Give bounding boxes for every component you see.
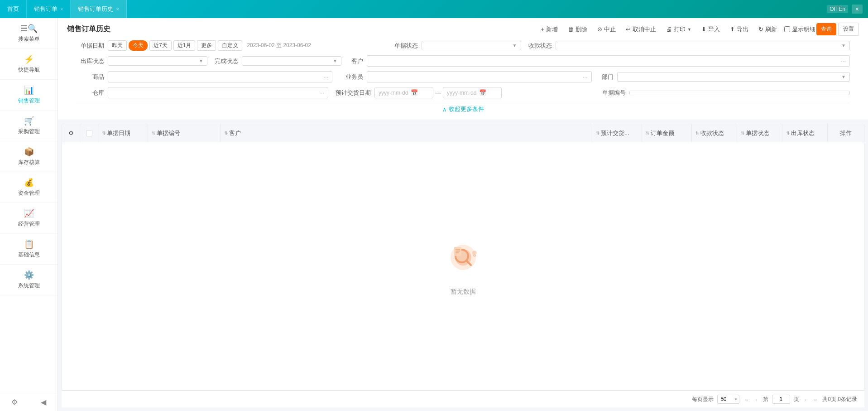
th-gear[interactable]: ⚙ (62, 124, 80, 142)
export-icon: ⬆ (730, 26, 735, 33)
th-customer-label: 客户 (229, 129, 241, 137)
tab-sales-order-history-close[interactable]: × (116, 6, 119, 12)
th-pay-status[interactable]: ⇅ 收款状态 (692, 124, 737, 142)
sidebar-item-search[interactable]: ☰🔍 搜索菜单 (0, 18, 58, 49)
delete-button[interactable]: 🗑 删除 (563, 23, 592, 36)
delete-icon: 🗑 (568, 26, 574, 33)
th-date[interactable]: ⇅ 单据日期 (98, 124, 148, 142)
date-btn-today[interactable]: 今天 (129, 40, 148, 51)
header-checkbox[interactable] (86, 130, 92, 136)
first-page-button[interactable]: « (743, 395, 750, 404)
add-button[interactable]: + 新增 (536, 23, 562, 36)
complete-status-arrow-icon: ▼ (333, 58, 337, 63)
date-btn-7days[interactable]: 近7天 (149, 40, 172, 51)
cancel-stop-icon: ↩ (626, 26, 631, 33)
order-status-select[interactable]: ▼ (422, 41, 521, 50)
delivery-date-end[interactable]: yyyy-mm-dd 📅 (443, 87, 502, 98)
print-icon: 🖨 (666, 26, 672, 33)
refresh-button[interactable]: ↻ 刷新 (754, 23, 782, 36)
warehouse-input[interactable]: ··· (108, 87, 328, 98)
date-btn-yesterday[interactable]: 昨天 (108, 40, 127, 51)
tab-sales-order-close[interactable]: × (60, 6, 63, 12)
sidebar-item-base-info-label: 基础信息 (18, 251, 40, 259)
sidebar-item-quicknav[interactable]: ⚡ 快捷导航 (0, 49, 58, 80)
dept-select[interactable]: ▼ (617, 72, 850, 82)
page-unit: 页 (794, 396, 799, 403)
th-amount[interactable]: ⇅ 订单金额 (642, 124, 692, 142)
display-toggle-label: 显示明细 (792, 25, 815, 34)
import-button[interactable]: ⬇ 导入 (697, 23, 724, 36)
sidebar-item-search-label: 搜索菜单 (18, 35, 40, 43)
content-area: 销售订单历史 + 新增 🗑 删除 ⊘ 中止 ↩ (58, 18, 868, 411)
warehouse-filter-item: ··· (108, 87, 328, 98)
tab-sales-order[interactable]: 销售订单 × (27, 0, 71, 18)
sidebar-item-base-info[interactable]: 📋 基础信息 (0, 234, 58, 265)
th-num[interactable]: ⇅ 单据编号 (148, 124, 221, 142)
sidebar-item-inventory[interactable]: 📦 库存核算 (0, 141, 58, 172)
page-input[interactable] (772, 395, 790, 404)
goods-input[interactable]: ··· (108, 71, 332, 82)
sidebar-bottom: ⚙ ◀ (0, 393, 58, 411)
cancel-stop-button[interactable]: ↩ 取消中止 (621, 23, 661, 36)
date-filter-control: 昨天 今天 近7天 近1月 更多 自定义 2023-06-02 至 2023-0… (108, 40, 394, 51)
sidebar-item-inventory-label: 库存核算 (18, 159, 40, 166)
order-num-input[interactable] (629, 91, 850, 95)
customer-label: 客户 (349, 57, 367, 65)
tab-home[interactable]: 首页 (0, 0, 27, 18)
filter-row-3: 商品 ··· 业务员 ··· 部门 (76, 71, 850, 82)
sidebar-item-finance[interactable]: 💰 资金管理 (0, 172, 58, 203)
print-button[interactable]: 🖨 打印 ▼ (662, 23, 696, 36)
setting-button[interactable]: 设置 (838, 23, 859, 36)
sidebar-collapse-btn[interactable]: ◀ (41, 398, 46, 406)
sidebar-item-sales[interactable]: 📊 销售管理 (0, 80, 58, 111)
svg-rect-4 (454, 247, 461, 256)
th-customer[interactable]: ⇅ 客户 (221, 124, 592, 142)
stop-icon: ⊘ (597, 26, 602, 33)
date-btn-1month[interactable]: 近1月 (173, 40, 196, 51)
display-toggle-checkbox[interactable] (784, 26, 790, 32)
pay-status-select[interactable]: ▼ (556, 41, 850, 50)
customer-input[interactable]: ··· (367, 55, 850, 67)
finance-icon: 💰 (24, 178, 34, 188)
prev-page-button[interactable]: ‹ (753, 395, 759, 404)
salesperson-input[interactable]: ··· (367, 71, 591, 82)
table-body: 暂无数据 (62, 142, 864, 390)
page-size-select[interactable]: 10 20 50 100 (717, 395, 739, 404)
collapse-icon: ∧ (442, 106, 447, 113)
collapse-row[interactable]: ∧ 收起更多条件 (76, 103, 850, 115)
delivery-date-start-placeholder: yyyy-mm-dd (379, 90, 408, 96)
out-status-select[interactable]: ▼ (108, 56, 207, 66)
stop-button[interactable]: ⊘ 中止 (593, 23, 620, 36)
window-close-button[interactable]: × (852, 5, 863, 14)
sidebar-item-purchase[interactable]: 🛒 采购管理 (0, 111, 58, 141)
date-range-separator: — (435, 89, 441, 96)
sidebar-item-finance-label: 资金管理 (18, 189, 40, 197)
empty-illustration (441, 237, 486, 282)
export-button[interactable]: ⬆ 导出 (725, 23, 753, 36)
complete-status-select[interactable]: ▼ (242, 56, 341, 66)
th-order-status[interactable]: ⇅ 单据状态 (737, 124, 782, 142)
th-amount-label: 订单金额 (651, 129, 674, 137)
th-order-status-sort-icon: ⇅ (741, 131, 744, 135)
display-toggle[interactable]: 显示明细 (784, 25, 815, 34)
date-filter-group: 昨天 今天 近7天 近1月 更多 自定义 2023-06-02 至 2023-0… (108, 40, 311, 51)
sidebar-item-system[interactable]: ⚙️ 系统管理 (0, 265, 58, 295)
salesperson-label: 业务员 (340, 73, 367, 81)
next-page-button[interactable]: › (803, 395, 808, 404)
sidebar-settings-btn[interactable]: ⚙ (11, 398, 18, 406)
salesperson-dots-icon: ··· (583, 73, 588, 80)
date-btn-custom[interactable]: 自定义 (218, 40, 242, 51)
delivery-date-start[interactable]: yyyy-mm-dd 📅 (374, 87, 433, 98)
sidebar-item-business[interactable]: 📈 经营管理 (0, 203, 58, 234)
tab-sales-order-history[interactable]: 销售订单历史 × (71, 0, 126, 18)
sales-icon: 📊 (24, 85, 34, 95)
last-page-button[interactable]: » (812, 395, 819, 404)
date-btn-more[interactable]: 更多 (197, 40, 216, 51)
th-check[interactable] (80, 124, 98, 142)
th-out-status[interactable]: ⇅ 出库状态 (782, 124, 828, 142)
query-button[interactable]: 查询 (816, 23, 836, 35)
top-bar: 首页 销售订单 × 销售订单历史 × OfTEn × (0, 0, 868, 18)
th-order-status-label: 单据状态 (746, 129, 769, 137)
th-delivery[interactable]: ⇅ 预计交货... (592, 124, 642, 142)
th-delivery-label: 预计交货... (601, 129, 629, 137)
